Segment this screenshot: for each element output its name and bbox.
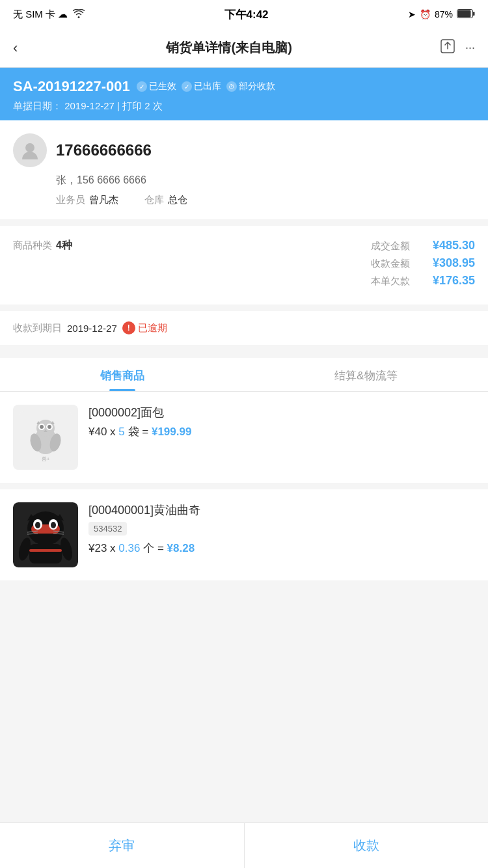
product-qty-1: 5 (118, 426, 124, 438)
bottom-spacer (0, 587, 488, 639)
tabs-section: 销售商品 结算&物流等 (0, 358, 488, 392)
types-label: 商品种类 (13, 239, 52, 252)
svg-rect-2 (457, 10, 470, 17)
badge-shipped: ✓ 已出库 (182, 81, 221, 92)
amount-row-1: 成交金额 ¥485.30 (371, 239, 475, 252)
collect-payment-button[interactable]: 收款 (245, 823, 489, 868)
svg-rect-30 (29, 549, 62, 552)
page-title: 销货单详情(来自电脑) (166, 39, 291, 57)
order-id: SA-20191227-001 (13, 78, 130, 95)
salesperson-label: 业务员 (56, 194, 85, 206)
summary-section: 商品种类 4种 成交金额 ¥485.30 收款金额 ¥308.95 本单欠款 ¥… (0, 226, 488, 305)
battery-icon (457, 9, 475, 20)
salesperson-field: 业务员 曾凡杰 (56, 194, 118, 206)
svg-rect-1 (472, 12, 474, 16)
check-icon-1: ✓ (137, 81, 147, 92)
customer-fields: 业务员 曾凡杰 仓库 总仓 (13, 194, 475, 206)
customer-sub-info: 张，156 6666 6666 (13, 174, 475, 187)
warehouse-value: 总仓 (168, 194, 187, 206)
nav-bar: ‹ 销货单详情(来自电脑) ··· (0, 29, 488, 68)
clock-icon: ⏱ (226, 81, 237, 92)
alarm-icon: ⏰ (420, 9, 431, 20)
battery-level: 87% (435, 9, 453, 20)
amount-label-2: 收款金额 (371, 258, 410, 270)
warehouse-field: 仓库 总仓 (144, 194, 187, 206)
badge-partial-payment: ⏱ 部分收款 (226, 81, 275, 92)
overdue-badge: ! 已逾期 (122, 321, 167, 334)
back-button[interactable]: ‹ (13, 40, 18, 57)
overdue-text: 已逾期 (138, 322, 167, 334)
product-item-2: [000400001]黄油曲奇 534532 ¥23 x 0.36 个 = ¥8… (0, 489, 488, 580)
product-tag-2: 534532 (88, 522, 127, 536)
badge-active: ✓ 已生效 (137, 81, 176, 92)
product-info-1: [0000002]面包 ¥40 x 5 袋 = ¥199.99 (88, 405, 475, 439)
order-header: SA-20191227-001 ✓ 已生效 ✓ 已出库 ⏱ 部分收款 单据日期：… (0, 68, 488, 120)
wifi-icon (73, 9, 85, 20)
status-left: 无 SIM 卡 ☁ (13, 8, 85, 21)
due-section: 收款到期日 2019-12-27 ! 已逾期 (0, 311, 488, 345)
product-image-1: 兽+ (13, 405, 78, 470)
summary-left: 商品种类 4种 (13, 239, 72, 252)
warehouse-label: 仓库 (144, 194, 164, 206)
amount-row-2: 收款金额 ¥308.95 (371, 256, 475, 270)
salesperson-value: 曾凡杰 (89, 194, 118, 206)
product-total-1: ¥199.99 (152, 426, 191, 438)
amount-row-3: 本单欠款 ¥176.35 (371, 274, 475, 288)
share-icon[interactable] (441, 39, 455, 57)
more-icon[interactable]: ··· (465, 41, 475, 55)
amount-value-2: ¥308.95 (416, 256, 475, 270)
product-name-2: [000400001]黄油曲奇 (88, 502, 475, 518)
svg-point-23 (35, 522, 40, 528)
time-display: 下午4:42 (224, 7, 269, 22)
types-value: 4种 (56, 239, 72, 252)
product-name-1: [0000002]面包 (88, 405, 475, 420)
tab-settlement[interactable]: 结算&物流等 (244, 358, 488, 391)
summary-right: 成交金额 ¥485.30 收款金额 ¥308.95 本单欠款 ¥176.35 (371, 239, 475, 292)
section-separator (0, 351, 488, 358)
overdue-icon: ! (122, 321, 135, 334)
bottom-bar: 弃审 收款 (0, 822, 488, 868)
product-price-2: ¥23 x 0.36 个 = ¥8.28 (88, 541, 475, 556)
tab-sales-products[interactable]: 销售商品 (0, 358, 244, 391)
product-image-2 (13, 502, 78, 567)
svg-point-4 (25, 143, 34, 152)
order-meta: 单据日期： 2019-12-27 | 打印 2 次 (13, 100, 475, 113)
product-total-2: ¥8.28 (167, 542, 195, 554)
svg-rect-27 (29, 544, 62, 563)
amount-label-1: 成交金额 (371, 240, 410, 252)
due-date-value: 2019-12-27 (67, 323, 117, 334)
svg-point-24 (51, 522, 56, 528)
svg-point-11 (47, 425, 51, 429)
cancel-review-button[interactable]: 弃审 (0, 823, 245, 868)
nav-actions: ··· (441, 39, 475, 57)
product-qty-2: 0.36 (118, 542, 140, 554)
status-badges: ✓ 已生效 ✓ 已出库 ⏱ 部分收款 (137, 81, 275, 92)
svg-text:兽+: 兽+ (42, 456, 50, 462)
product-info-2: [000400001]黄油曲奇 534532 ¥23 x 0.36 个 = ¥8… (88, 502, 475, 556)
product-item-1: 兽+ [0000002]面包 ¥40 x 5 袋 = ¥199.99 (0, 392, 488, 483)
sim-indicator: 无 SIM 卡 ☁ (13, 8, 68, 21)
svg-point-10 (40, 425, 44, 429)
amount-label-3: 本单欠款 (371, 275, 410, 288)
customer-phone: 17666666666 (56, 141, 152, 159)
amount-value-1: ¥485.30 (416, 239, 475, 252)
location-icon: ➤ (408, 9, 416, 20)
status-bar: 无 SIM 卡 ☁ 下午4:42 ➤ ⏰ 87% (0, 0, 488, 29)
avatar (13, 133, 47, 167)
product-price-1: ¥40 x 5 袋 = ¥199.99 (88, 424, 475, 439)
status-right: ➤ ⏰ 87% (408, 9, 475, 20)
due-label: 收款到期日 (13, 322, 62, 334)
customer-section: 17666666666 张，156 6666 6666 业务员 曾凡杰 仓库 总… (0, 120, 488, 219)
check-icon-2: ✓ (182, 81, 192, 92)
products-list: 兽+ [0000002]面包 ¥40 x 5 袋 = ¥199.99 (0, 392, 488, 580)
amount-value-3: ¥176.35 (416, 274, 475, 288)
